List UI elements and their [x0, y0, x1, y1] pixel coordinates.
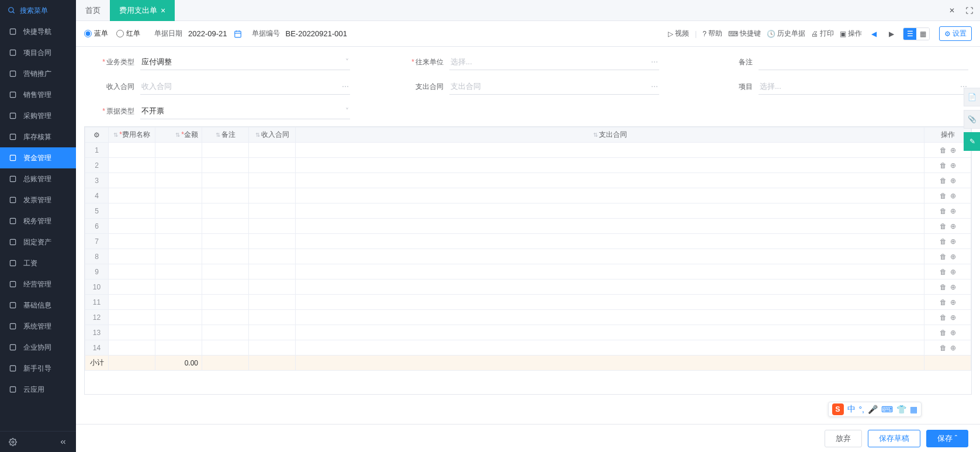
history-link[interactable]: 🕓 历史单据 — [767, 29, 805, 39]
col-fee-name[interactable]: ⇅*费用名称 — [109, 127, 155, 143]
tab-home[interactable]: 首页 — [76, 0, 110, 21]
cell-amount[interactable] — [155, 295, 202, 310]
row-delete-icon[interactable]: 🗑 — [940, 207, 947, 215]
table-row[interactable]: 10🗑⊕ — [85, 280, 971, 295]
cell-note[interactable] — [202, 158, 249, 173]
row-add-icon[interactable]: ⊕ — [950, 192, 956, 200]
expense-contract-select[interactable]: ⋯ — [449, 78, 659, 95]
row-add-icon[interactable]: ⊕ — [950, 329, 956, 337]
table-row[interactable]: 2🗑⊕ — [85, 158, 971, 173]
row-delete-icon[interactable]: 🗑 — [940, 344, 947, 352]
row-delete-icon[interactable]: 🗑 — [940, 253, 947, 261]
cell-note[interactable] — [202, 310, 249, 325]
table-row[interactable]: 7🗑⊕ — [85, 234, 971, 249]
cell-amount[interactable] — [155, 340, 202, 356]
video-link[interactable]: ▷ 视频 — [668, 29, 689, 39]
remark-input-wrap[interactable] — [759, 54, 968, 70]
col-income[interactable]: ⇅收入合同 — [249, 127, 296, 143]
operate-link[interactable]: ▣ 操作 — [840, 29, 862, 39]
ime-toolbox-icon[interactable]: ▦ — [910, 405, 917, 414]
cell-note[interactable] — [202, 249, 249, 264]
ime-skin-icon[interactable]: 👕 — [896, 405, 906, 414]
sidebar-item-10[interactable]: 固定资产 — [0, 232, 76, 253]
row-add-icon[interactable]: ⊕ — [950, 313, 956, 322]
table-row[interactable]: 9🗑⊕ — [85, 264, 971, 280]
table-row[interactable]: 13🗑⊕ — [85, 325, 971, 340]
table-row[interactable]: 3🗑⊕ — [85, 173, 971, 188]
income-contract-select[interactable]: ⋯ — [140, 78, 350, 95]
biz-type-select[interactable]: ˅ — [140, 54, 350, 70]
cell-expense[interactable] — [296, 325, 924, 340]
row-add-icon[interactable]: ⊕ — [950, 161, 956, 170]
discard-button[interactable]: 放弃 — [825, 430, 862, 447]
save-button[interactable]: 保存ˆ — [926, 430, 968, 447]
invoice-type-input[interactable] — [141, 106, 338, 115]
col-amount[interactable]: ⇅*金额 — [155, 127, 202, 143]
cell-expense[interactable] — [296, 280, 924, 295]
cell-note[interactable] — [202, 203, 249, 219]
sidebar-item-3[interactable]: 销售管理 — [0, 84, 76, 105]
cell-income[interactable] — [249, 173, 296, 188]
radio-red-input[interactable] — [116, 30, 124, 37]
cell-amount[interactable] — [155, 325, 202, 340]
cell-fee-name[interactable] — [109, 188, 155, 203]
collapse-icon[interactable] — [58, 437, 68, 447]
cell-expense[interactable] — [296, 203, 924, 219]
row-delete-icon[interactable]: 🗑 — [940, 283, 947, 291]
col-expense[interactable]: ⇅支出合同 — [296, 127, 924, 143]
table-row[interactable]: 12🗑⊕ — [85, 310, 971, 325]
tab-close-all-icon[interactable]: ✕ — [946, 5, 958, 16]
sidebar-item-4[interactable]: 采购管理 — [0, 105, 76, 126]
sidebar-item-9[interactable]: 税务管理 — [0, 211, 76, 232]
row-delete-icon[interactable]: 🗑 — [940, 161, 947, 170]
cell-income[interactable] — [249, 158, 296, 173]
cell-amount[interactable] — [155, 249, 202, 264]
rail-note-icon[interactable]: 📄 — [964, 88, 980, 106]
help-link[interactable]: ? 帮助 — [702, 29, 722, 39]
cell-income[interactable] — [249, 203, 296, 219]
cell-expense[interactable] — [296, 173, 924, 188]
sidebar-item-6[interactable]: 资金管理 — [0, 147, 76, 168]
cell-fee-name[interactable] — [109, 143, 155, 158]
sidebar-item-2[interactable]: 营销推广 — [0, 63, 76, 84]
partner-input[interactable] — [451, 57, 647, 66]
cell-note[interactable] — [202, 280, 249, 295]
cell-amount[interactable] — [155, 310, 202, 325]
sidebar-item-13[interactable]: 基础信息 — [0, 295, 76, 316]
sidebar-item-12[interactable]: 经营管理 — [0, 274, 76, 295]
close-icon[interactable]: × — [161, 6, 165, 15]
viewmode-list-icon[interactable]: ☰ — [903, 28, 916, 40]
sidebar-item-1[interactable]: 项目合同 — [0, 42, 76, 63]
cell-fee-name[interactable] — [109, 234, 155, 249]
cell-expense[interactable] — [296, 340, 924, 356]
cell-note[interactable] — [202, 234, 249, 249]
ime-toolbar[interactable]: S 中 °, 🎤 ⌨ 👕 ▦ — [828, 402, 922, 417]
cell-expense[interactable] — [296, 234, 924, 249]
cell-income[interactable] — [249, 188, 296, 203]
sidebar-item-16[interactable]: 新手引导 — [0, 358, 76, 379]
row-add-icon[interactable]: ⊕ — [950, 344, 956, 352]
cell-note[interactable] — [202, 143, 249, 158]
radio-blue[interactable]: 蓝单 — [84, 29, 108, 39]
rail-attach-icon[interactable]: 📎 — [964, 110, 980, 129]
chevron-down-icon[interactable]: ˅ — [345, 107, 349, 115]
income-contract-input[interactable] — [141, 82, 338, 91]
cell-expense[interactable] — [296, 143, 924, 158]
cell-amount[interactable] — [155, 264, 202, 280]
row-add-icon[interactable]: ⊕ — [950, 253, 956, 261]
cell-fee-name[interactable] — [109, 203, 155, 219]
row-delete-icon[interactable]: 🗑 — [940, 237, 947, 246]
shortcut-link[interactable]: ⌨ 快捷键 — [728, 29, 761, 39]
sidebar-item-8[interactable]: 发票管理 — [0, 189, 76, 211]
cell-income[interactable] — [249, 249, 296, 264]
gear-icon[interactable] — [8, 437, 18, 447]
row-add-icon[interactable]: ⊕ — [950, 222, 956, 230]
row-delete-icon[interactable]: 🗑 — [940, 298, 947, 306]
cell-note[interactable] — [202, 219, 249, 234]
cell-expense[interactable] — [296, 310, 924, 325]
ime-lang[interactable]: 中 — [847, 404, 856, 415]
next-icon[interactable]: ▶ — [885, 28, 897, 40]
cell-note[interactable] — [202, 340, 249, 356]
row-delete-icon[interactable]: 🗑 — [940, 268, 947, 276]
cell-fee-name[interactable] — [109, 249, 155, 264]
